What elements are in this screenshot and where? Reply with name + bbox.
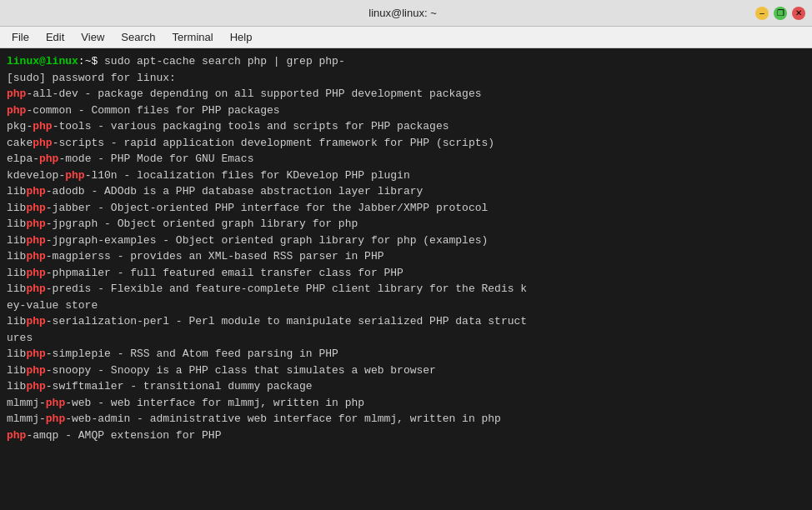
terminal-line: libphp-jabber - Object-oriented PHP inte… bbox=[7, 200, 805, 217]
menu-bar: FileEditViewSearchTerminalHelp bbox=[0, 27, 812, 48]
php-highlight: php bbox=[26, 234, 45, 247]
menu-item-terminal[interactable]: Terminal bbox=[164, 29, 222, 45]
package-desc: -web - web interface for mlmmj, written … bbox=[65, 397, 364, 409]
package-desc: -predis - Flexible and feature-complete … bbox=[46, 282, 527, 295]
minimize-button[interactable]: – bbox=[755, 7, 769, 20]
window-controls: – ❐ ✕ bbox=[755, 7, 805, 20]
php-highlight: php bbox=[7, 88, 26, 100]
menu-item-search[interactable]: Search bbox=[113, 29, 163, 45]
php-highlight: php bbox=[39, 152, 58, 165]
php-highlight: php bbox=[26, 282, 45, 295]
php-highlight: php bbox=[7, 429, 26, 442]
terminal-line: elpa-php-mode - PHP Mode for GNU Emacs bbox=[7, 151, 805, 168]
package-desc: -all-dev - package depending on all supp… bbox=[26, 88, 481, 100]
package-desc: -amqp - AMQP extension for PHP bbox=[26, 429, 221, 442]
package-desc: -jpgraph - Object oriented graph library… bbox=[46, 218, 358, 230]
plain-text: ey-value store bbox=[7, 299, 98, 312]
php-highlight: php bbox=[26, 250, 45, 262]
plain-text: [sudo] password for linux: bbox=[7, 72, 176, 84]
php-highlight: php bbox=[46, 412, 65, 425]
close-button[interactable]: ✕ bbox=[792, 7, 805, 20]
package-prefix: lib bbox=[7, 282, 26, 295]
package-prefix: lib bbox=[7, 315, 26, 328]
terminal-line: libphp-phpmailer - full featured email t… bbox=[7, 265, 805, 282]
php-highlight: php bbox=[7, 104, 26, 117]
terminal-line: libphp-jpgraph-examples - Object oriente… bbox=[7, 232, 805, 249]
package-desc: -l10n - localization files for KDevelop … bbox=[85, 169, 410, 182]
terminal-line: libphp-predis - Flexible and feature-com… bbox=[7, 281, 805, 298]
package-desc: -scripts - rapid application development… bbox=[53, 137, 495, 149]
php-highlight: php bbox=[26, 202, 45, 214]
terminal-line: libphp-simplepie - RSS and Atom feed par… bbox=[7, 346, 805, 362]
terminal-line: libphp-adodb - ADOdb is a PHP database a… bbox=[7, 183, 805, 200]
package-prefix: lib bbox=[7, 234, 26, 247]
package-prefix: pkg- bbox=[7, 120, 33, 132]
package-desc: -simplepie - RSS and Atom feed parsing i… bbox=[46, 348, 338, 360]
terminal-line: ures bbox=[7, 330, 805, 347]
terminal-line: libphp-jpgraph - Object oriented graph l… bbox=[7, 216, 805, 232]
package-prefix: lib bbox=[7, 185, 26, 198]
package-desc: -tools - various packaging tools and scr… bbox=[53, 120, 449, 132]
menu-item-view[interactable]: View bbox=[73, 29, 113, 45]
package-prefix: elpa- bbox=[7, 152, 39, 165]
php-highlight: php bbox=[26, 267, 45, 279]
package-desc: -phpmailer - full featured email transfe… bbox=[46, 267, 403, 279]
php-highlight: php bbox=[65, 169, 84, 182]
command-text: sudo apt-cache search php | grep php- bbox=[98, 55, 344, 68]
terminal-line: php-all-dev - package depending on all s… bbox=[7, 86, 805, 102]
package-desc: -common - Common files for PHP packages bbox=[26, 104, 279, 117]
prompt-user: linux@linux bbox=[7, 55, 78, 68]
menu-item-edit[interactable]: Edit bbox=[38, 29, 73, 45]
package-desc: -adodb - ADOdb is a PHP database abstrac… bbox=[46, 185, 423, 198]
terminal-line: libphp-serialization-perl - Perl module … bbox=[7, 313, 805, 330]
window-title: linux@linux: ~ bbox=[50, 7, 755, 19]
php-highlight: php bbox=[26, 380, 45, 392]
php-highlight: php bbox=[26, 348, 45, 360]
terminal-output[interactable]: linux@linux:~$ sudo apt-cache search php… bbox=[0, 48, 812, 510]
terminal-line: libphp-snoopy - Snoopy is a PHP class th… bbox=[7, 362, 805, 379]
menu-item-file[interactable]: File bbox=[3, 29, 38, 45]
package-desc: -snoopy - Snoopy is a PHP class that sim… bbox=[46, 364, 436, 377]
terminal-line: libphp-swiftmailer - transitional dummy … bbox=[7, 378, 805, 395]
terminal-line: mlmmj-php-web-admin - administrative web… bbox=[7, 411, 805, 428]
menu-item-help[interactable]: Help bbox=[222, 29, 261, 45]
php-highlight: php bbox=[26, 364, 45, 377]
php-highlight: php bbox=[26, 185, 45, 198]
terminal-line: php-common - Common files for PHP packag… bbox=[7, 102, 805, 119]
terminal-line: [sudo] password for linux: bbox=[7, 70, 805, 87]
prompt-path: :~$ bbox=[78, 55, 98, 68]
package-prefix: mlmmj- bbox=[7, 412, 46, 425]
package-prefix: lib bbox=[7, 250, 26, 262]
terminal-line: pkg-php-tools - various packaging tools … bbox=[7, 118, 805, 135]
package-prefix: cake bbox=[7, 137, 33, 149]
package-prefix: lib bbox=[7, 202, 26, 214]
package-desc: -swiftmailer - transitional dummy packag… bbox=[46, 380, 313, 392]
php-highlight: php bbox=[46, 397, 65, 409]
package-prefix: lib bbox=[7, 380, 26, 392]
plain-text: ures bbox=[7, 332, 33, 344]
php-highlight: php bbox=[33, 137, 52, 149]
package-desc: -web-admin - administrative web interfac… bbox=[65, 412, 501, 425]
package-desc: -mode - PHP Mode for GNU Emacs bbox=[58, 152, 253, 165]
maximize-button[interactable]: ❐ bbox=[774, 7, 787, 20]
package-desc: -magpierss - provides an XML-based RSS p… bbox=[46, 250, 384, 262]
package-desc: -jabber - Object-oriented PHP interface … bbox=[46, 202, 489, 214]
package-prefix: kdevelop- bbox=[7, 169, 65, 182]
terminal-line: ey-value store bbox=[7, 298, 805, 314]
package-prefix: lib bbox=[7, 348, 26, 360]
package-desc: -serialization-perl - Perl module to man… bbox=[46, 315, 527, 328]
package-prefix: lib bbox=[7, 364, 26, 377]
terminal-line: kdevelop-php-l10n - localization files f… bbox=[7, 168, 805, 184]
terminal-line: cakephp-scripts - rapid application deve… bbox=[7, 135, 805, 152]
package-prefix: mlmmj- bbox=[7, 397, 46, 409]
terminal-line: linux@linux:~$ sudo apt-cache search php… bbox=[7, 53, 805, 70]
php-highlight: php bbox=[26, 218, 45, 230]
php-highlight: php bbox=[33, 120, 52, 132]
package-prefix: lib bbox=[7, 218, 26, 230]
php-highlight: php bbox=[26, 315, 45, 328]
terminal-line: mlmmj-php-web - web interface for mlmmj,… bbox=[7, 395, 805, 412]
package-prefix: lib bbox=[7, 267, 26, 279]
package-desc: -jpgraph-examples - Object oriented grap… bbox=[46, 234, 489, 247]
terminal-line: libphp-magpierss - provides an XML-based… bbox=[7, 248, 805, 265]
terminal-line: php-amqp - AMQP extension for PHP bbox=[7, 428, 805, 444]
